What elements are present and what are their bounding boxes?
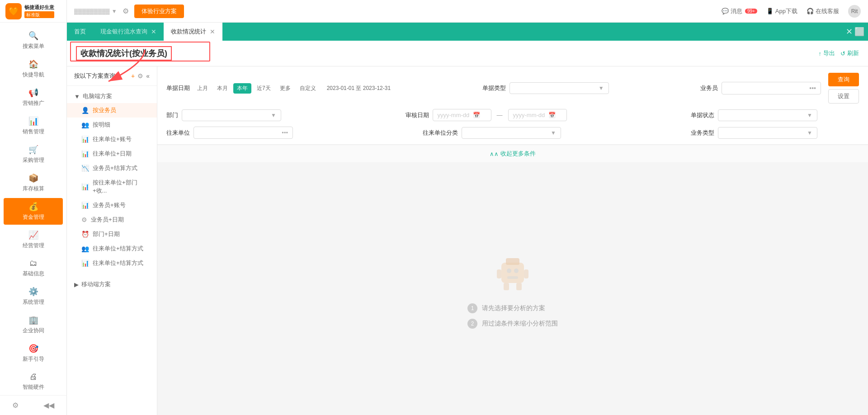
- staff-date-icon: ⚙: [81, 216, 87, 223]
- system-icon: ⚙️: [28, 287, 38, 297]
- empty-hint-2: 2 用过滤条件来缩小分析范围: [467, 319, 558, 329]
- date-tab-last-month[interactable]: 上月: [193, 83, 212, 94]
- empty-hint-1: 1 请先选择要分析的方案: [467, 303, 558, 313]
- tree-item-dept-date[interactable]: ⏰ 部门+日期: [67, 227, 157, 241]
- export-button[interactable]: ↑ 导出: [819, 49, 835, 57]
- footer-settings-icon[interactable]: ⚙: [12, 401, 19, 410]
- tree-item-unit-dept[interactable]: 📊 按往来单位+部门+收...: [67, 175, 157, 198]
- tab-collection-close-icon[interactable]: ✕: [210, 28, 215, 35]
- sidebar-item-finance[interactable]: 💰 资金管理: [4, 198, 63, 225]
- online-service-item[interactable]: 🎧 在线客服: [807, 7, 839, 15]
- unit-calc1-icon: 👥: [81, 245, 89, 252]
- panel-add-icon[interactable]: +: [131, 72, 135, 80]
- sidebar-item-basic[interactable]: 🗂 基础信息: [0, 254, 66, 282]
- calendar-end-icon: 📅: [548, 112, 556, 118]
- date-tab-7days[interactable]: 近7天: [253, 83, 274, 94]
- tree-item-unit-calc1[interactable]: 👥 往来单位+结算方式: [67, 241, 157, 256]
- tabbar-actions: ✕ ⬜: [846, 27, 868, 37]
- topbar-settings-icon[interactable]: ⚙: [123, 7, 129, 15]
- query-button[interactable]: 查询: [828, 73, 859, 86]
- tree-item-staff-date[interactable]: ⚙ 业务员+日期: [67, 212, 157, 227]
- date-tab-this-month[interactable]: 本月: [213, 83, 231, 94]
- sidebar-item-quicknav[interactable]: 🏠 快捷导航: [0, 55, 66, 83]
- sidebar-item-inventory[interactable]: 📦 库存核算: [0, 169, 66, 197]
- tab-collection[interactable]: 收款情况统计 ✕: [164, 23, 222, 41]
- sidebar-item-search[interactable]: 🔍 搜索菜单: [0, 26, 66, 55]
- tree-item-unit-account[interactable]: 📊 往来单位+账号: [67, 132, 157, 146]
- sidebar-item-system[interactable]: ⚙️ 系统管理: [0, 282, 66, 311]
- panel-collapse-icon[interactable]: «: [146, 72, 150, 80]
- business-type-select[interactable]: ▼: [718, 127, 817, 139]
- date-tabs: 上月 本月 本年 近7天 更多 自定义: [193, 83, 320, 94]
- tree-group-mobile: ▶ 移动端方案: [67, 274, 157, 295]
- sidebar-item-marketing[interactable]: 📢 营销推广: [0, 83, 66, 112]
- dept-select[interactable]: ▼: [182, 109, 281, 121]
- finance-icon: 💰: [28, 202, 38, 212]
- phone-icon: 📱: [766, 8, 774, 14]
- app-download-item[interactable]: 📱 App下载: [766, 7, 797, 15]
- svg-rect-5: [497, 269, 501, 278]
- sidebar-footer: ⚙ ◀◀: [0, 395, 66, 415]
- date-tab-more[interactable]: 更多: [276, 83, 294, 94]
- voucher-type-select[interactable]: ▼: [509, 82, 609, 94]
- sidebar-item-guide[interactable]: 🎯 新手引导: [0, 339, 66, 368]
- tree-item-unit-calc2[interactable]: 📊 往来单位+结算方式: [67, 256, 157, 270]
- review-date-label: 审核日期: [406, 111, 429, 119]
- tree-item-by-staff[interactable]: 👤 按业务员: [67, 103, 157, 118]
- partner-category-label: 往来单位分类: [423, 129, 458, 137]
- user-avatar[interactable]: Rit: [848, 5, 861, 18]
- tree-item-by-detail[interactable]: 👥 按明细: [67, 118, 157, 132]
- tree-item-staff-calc[interactable]: 📉 业务员+结算方式: [67, 161, 157, 175]
- sidebar: 🧡 畅捷通好生意 标准版 🔍 搜索菜单 🏠 快捷导航 📢 营销推广 📊: [0, 0, 67, 415]
- operation-icon: 📈: [28, 230, 38, 240]
- topbar-user-selector[interactable]: ▓▓▓▓▓▓▓▓▓ ▼: [74, 8, 117, 14]
- settings-button[interactable]: 设置: [828, 89, 859, 104]
- tree-item-staff-account[interactable]: 📊 业务员+账号: [67, 198, 157, 212]
- tab-bank[interactable]: 现金银行流水查询 ✕: [93, 23, 164, 41]
- staff-filter-label: 业务员: [700, 84, 718, 92]
- tree-group-mobile-header[interactable]: ▶ 移动端方案: [67, 278, 157, 291]
- date-tab-this-year[interactable]: 本年: [233, 83, 251, 94]
- panel-settings-icon[interactable]: ⚙: [137, 72, 143, 80]
- tree-group-desktop-header[interactable]: ▼ 电脑端方案: [67, 90, 157, 103]
- sidebar-item-purchase[interactable]: 🛒 采购管理: [0, 140, 66, 169]
- company-icon: 🏢: [28, 315, 38, 325]
- tree-item-unit-date[interactable]: 📊 往来单位+日期: [67, 146, 157, 161]
- collapse-button[interactable]: ∧∧ 收起更多条件: [490, 150, 536, 158]
- sidebar-item-company[interactable]: 🏢 企业协同: [0, 311, 66, 339]
- sidebar-item-operation[interactable]: 📈 经营管理: [0, 226, 66, 254]
- partner-category-select[interactable]: ▼: [462, 127, 561, 139]
- empty-state-illustration: [490, 249, 535, 294]
- tree-mobile-expand-icon: ▶: [74, 281, 79, 288]
- sidebar-item-hardware[interactable]: 🖨 智能硬件: [0, 368, 66, 395]
- partner-label: 往来单位: [166, 129, 190, 137]
- partner-input[interactable]: •••: [193, 127, 293, 139]
- filter-row-1: 单据日期 上月 本月 本年 近7天 更多 自定义 2023-01-01 至 20…: [166, 73, 859, 104]
- dept-label: 部门: [166, 111, 178, 119]
- trial-button[interactable]: 体验行业方案: [134, 5, 184, 18]
- date-label: 单据日期: [166, 84, 190, 92]
- filter-voucher-type-group: 单据类型 ▼: [482, 82, 609, 94]
- date-separator: —: [497, 112, 503, 118]
- tab-minimize-icon[interactable]: ✕: [846, 27, 853, 37]
- tab-expand-icon[interactable]: ⬜: [854, 27, 864, 37]
- unit-date-icon: 📊: [81, 150, 89, 157]
- review-date-start-input[interactable]: yyyy-mm-dd 📅: [433, 109, 491, 121]
- content-area: 按以下方案查询 + ⚙ « ▼ 电脑端方案 👤 按业务员: [67, 66, 868, 415]
- messages-item[interactable]: 💬 消息 99+: [722, 7, 757, 15]
- detail-icon: 👥: [81, 121, 89, 128]
- refresh-button[interactable]: ↺ 刷新: [840, 49, 859, 57]
- staff-more-icon[interactable]: •••: [809, 85, 816, 92]
- footer-collapse-icon[interactable]: ◀◀: [43, 401, 54, 410]
- partner-more-icon[interactable]: •••: [282, 129, 288, 136]
- sidebar-item-sales[interactable]: 📊 销售管理: [0, 112, 66, 140]
- left-panel: 按以下方案查询 + ⚙ « ▼ 电脑端方案 👤 按业务员: [67, 66, 157, 415]
- refresh-icon: ↺: [840, 50, 845, 57]
- tab-home[interactable]: 首页: [67, 23, 93, 41]
- review-date-end-input[interactable]: yyyy-mm-dd 📅: [508, 109, 567, 121]
- filter-voucher-status-group: 单据状态 ▼: [691, 109, 817, 121]
- tab-bank-close-icon[interactable]: ✕: [151, 28, 156, 35]
- date-tab-custom[interactable]: 自定义: [296, 83, 320, 94]
- voucher-status-select[interactable]: ▼: [718, 109, 817, 121]
- staff-select[interactable]: •••: [722, 82, 821, 94]
